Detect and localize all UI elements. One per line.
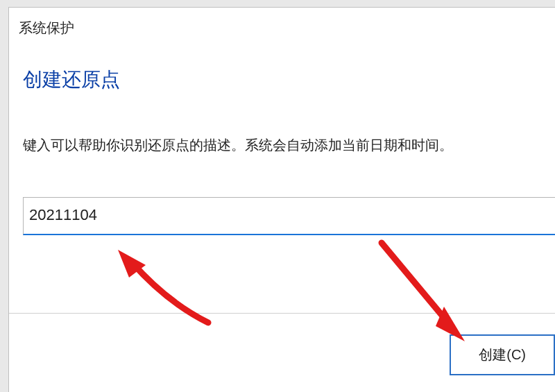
button-bar: 创建(C) xyxy=(450,334,555,375)
dialog-title: 系统保护 xyxy=(9,8,555,46)
restore-point-description-input[interactable] xyxy=(23,197,555,235)
restore-point-description-text: 键入可以帮助你识别还原点的描述。系统会自动添加当前日期和时间。 xyxy=(9,107,555,183)
separator xyxy=(9,313,555,314)
create-button[interactable]: 创建(C) xyxy=(450,334,555,375)
screenshot-frame: 系统保护 创建还原点 键入可以帮助你识别还原点的描述。系统会自动添加当前日期和时… xyxy=(0,0,555,392)
system-protection-dialog: 系统保护 创建还原点 键入可以帮助你识别还原点的描述。系统会自动添加当前日期和时… xyxy=(8,7,555,392)
create-restore-point-heading: 创建还原点 xyxy=(9,46,555,107)
description-input-area xyxy=(23,197,555,235)
